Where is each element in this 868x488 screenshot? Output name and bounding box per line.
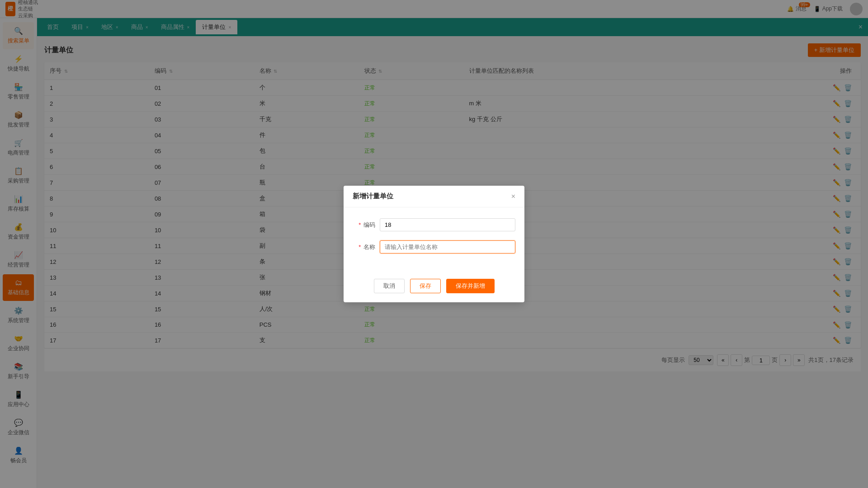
name-required-star: *: [359, 244, 361, 250]
add-unit-modal: 新增计量单位 × * 编码 * 名称 取消 保存 保存并新增: [344, 186, 524, 302]
cancel-button[interactable]: 取消: [374, 279, 405, 293]
name-input[interactable]: [380, 240, 515, 253]
modal-title: 新增计量单位: [353, 192, 393, 201]
modal-overlay[interactable]: 新增计量单位 × * 编码 * 名称 取消 保存 保存并新增: [0, 0, 868, 488]
save-button[interactable]: 保存: [410, 279, 441, 293]
code-label: * 编码: [353, 221, 380, 229]
code-required-star: *: [359, 221, 361, 228]
form-row-code: * 编码: [353, 218, 515, 231]
modal-close-button[interactable]: ×: [511, 193, 515, 200]
modal-footer: 取消 保存 保存并新增: [344, 273, 524, 302]
modal-body: * 编码 * 名称: [344, 207, 524, 273]
form-row-name: * 名称: [353, 240, 515, 253]
name-label: * 名称: [353, 243, 380, 251]
code-input[interactable]: [380, 218, 515, 231]
save-and-new-button[interactable]: 保存并新增: [446, 279, 495, 293]
modal-header: 新增计量单位 ×: [344, 186, 524, 207]
